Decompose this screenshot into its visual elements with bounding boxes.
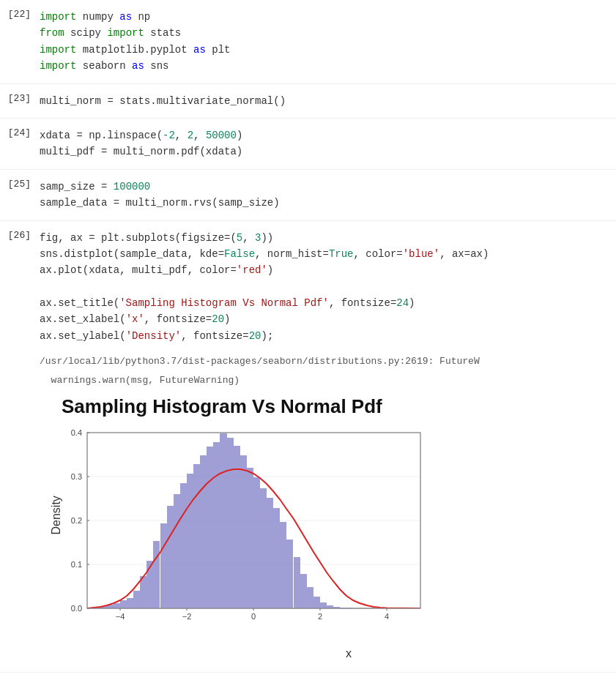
cell-number-26: [26] <box>0 227 37 666</box>
svg-rect-45 <box>207 447 213 608</box>
svg-rect-41 <box>180 483 187 608</box>
code-line: sample_data = multi_norm.rvs(samp_size) <box>40 195 610 211</box>
cell-content-26: fig, ax = plt.subplots(figsize=(5, 3)) s… <box>37 227 616 666</box>
svg-rect-58 <box>294 557 300 608</box>
svg-rect-42 <box>187 474 193 608</box>
code-line: ax.set_ylabel('Density', fontsize=20); <box>40 328 610 344</box>
svg-text:−2: −2 <box>182 612 192 621</box>
svg-rect-59 <box>300 574 307 608</box>
code-line: import matplotlib.pyplot as plt <box>40 42 610 58</box>
svg-rect-63 <box>327 605 333 608</box>
svg-rect-32 <box>120 600 127 608</box>
cell-22: [22] import numpy as np from scipy impor… <box>0 0 616 84</box>
cell-number-23: [23] <box>0 90 37 112</box>
code-line: ax.plot(xdata, multi_pdf, color='red') <box>40 262 610 278</box>
svg-text:0.0: 0.0 <box>71 604 82 613</box>
svg-text:2: 2 <box>318 612 322 621</box>
cell-23: [23] multi_norm = stats.multivariate_nor… <box>0 84 616 119</box>
svg-text:4: 4 <box>385 612 389 621</box>
svg-rect-53 <box>260 488 267 608</box>
code-line: from scipy import stats <box>40 25 610 41</box>
cell-content-22: import numpy as np from scipy import sta… <box>37 6 616 78</box>
plot-title: Sampling Histogram Vs Normal Pdf <box>62 392 610 422</box>
code-line <box>40 279 610 295</box>
plot-area: 0.4 0.3 0.2 0.1 0.0 <box>47 425 610 663</box>
svg-rect-52 <box>253 477 260 608</box>
svg-rect-60 <box>307 587 313 608</box>
code-line: import seaborn as sns <box>40 58 610 74</box>
cell-content-23: multi_norm = stats.multivariate_normal() <box>37 90 616 112</box>
warning-output: /usr/local/lib/python3.7/dist-packages/s… <box>40 354 610 387</box>
svg-rect-33 <box>127 598 133 608</box>
code-line: xdata = np.linspace(-2, 2, 50000) <box>40 127 610 143</box>
code-line: multi_norm = stats.multivariate_normal() <box>40 93 610 109</box>
cell-content-25: samp_size = 100000 sample_data = multi_n… <box>37 176 616 214</box>
svg-rect-31 <box>114 603 120 608</box>
code-line: multi_pdf = multi_norm.pdf(xdata) <box>40 143 610 160</box>
svg-rect-50 <box>240 455 247 608</box>
code-line: import numpy as np <box>40 9 610 25</box>
code-line: fig, ax = plt.subplots(figsize=(5, 3)) <box>40 230 610 246</box>
code-line: ax.set_xlabel('x', fontsize=20) <box>40 311 610 327</box>
svg-rect-43 <box>193 464 200 608</box>
svg-text:0.2: 0.2 <box>71 516 82 525</box>
cell-25: [25] samp_size = 100000 sample_data = mu… <box>0 170 616 221</box>
cell-number-22: [22] <box>0 6 37 78</box>
cell-24: [24] xdata = np.linspace(-2, 2, 50000) m… <box>0 119 616 170</box>
svg-rect-54 <box>267 498 273 608</box>
x-axis-label: x <box>87 644 610 663</box>
svg-rect-62 <box>320 602 327 608</box>
svg-text:−4: −4 <box>116 612 125 621</box>
cell-number-25: [25] <box>0 176 37 214</box>
svg-rect-57 <box>286 540 293 608</box>
svg-rect-55 <box>273 508 280 608</box>
cell-number-24: [24] <box>0 124 37 163</box>
svg-rect-56 <box>280 522 286 608</box>
svg-text:0: 0 <box>251 612 256 621</box>
svg-text:0.3: 0.3 <box>71 472 82 481</box>
svg-rect-39 <box>167 506 174 608</box>
svg-rect-37 <box>153 541 160 608</box>
warning-line-1: /usr/local/lib/python3.7/dist-packages/s… <box>40 354 610 369</box>
notebook: [22] import numpy as np from scipy impor… <box>0 0 616 683</box>
svg-rect-46 <box>213 442 220 608</box>
cell-26: [26] fig, ax = plt.subplots(figsize=(5, … <box>0 221 616 673</box>
svg-text:0.1: 0.1 <box>71 560 82 569</box>
svg-rect-38 <box>160 523 167 608</box>
svg-rect-51 <box>247 468 253 608</box>
code-line: sns.distplot(sample_data, kde=False, nor… <box>40 246 610 262</box>
svg-text:0.4: 0.4 <box>71 428 82 437</box>
svg-rect-49 <box>234 446 240 608</box>
warning-line-2: warnings.warn(msg, FutureWarning) <box>40 373 610 388</box>
svg-rect-48 <box>227 438 234 608</box>
plot-svg: 0.4 0.3 0.2 0.1 0.0 <box>47 425 435 638</box>
svg-rect-44 <box>200 455 207 608</box>
cell-content-24: xdata = np.linspace(-2, 2, 50000) multi_… <box>37 124 616 163</box>
svg-rect-40 <box>174 494 180 608</box>
code-line: samp_size = 100000 <box>40 179 610 195</box>
svg-rect-47 <box>220 433 227 608</box>
code-line: ax.set_title('Sampling Histogram Vs Norm… <box>40 295 610 311</box>
svg-rect-61 <box>313 597 320 608</box>
y-axis-label: Density <box>47 496 66 534</box>
svg-rect-34 <box>133 591 140 608</box>
